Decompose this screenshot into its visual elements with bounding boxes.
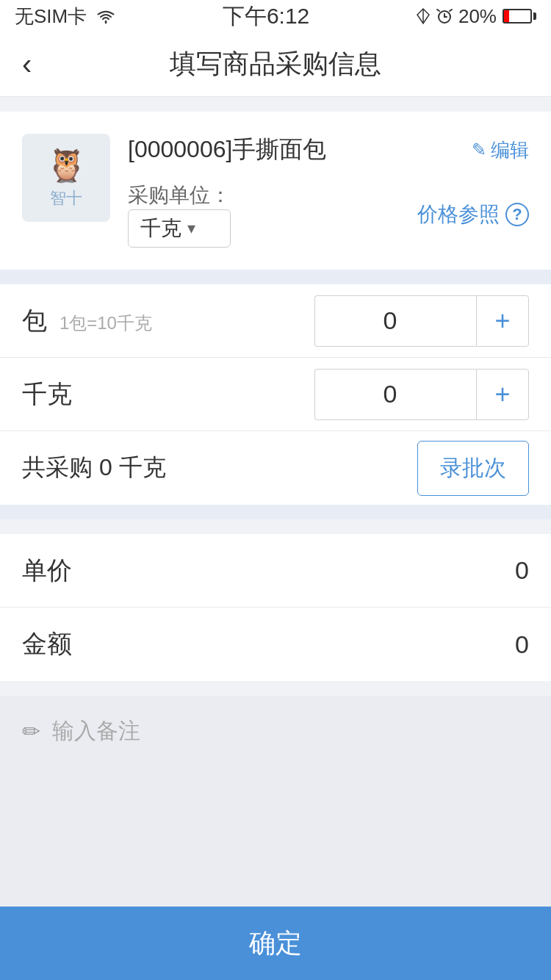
record-batch-button[interactable]: 录批次 — [417, 441, 529, 496]
price-section: 单价 0 金额 0 — [0, 534, 551, 681]
unit-label: 采购单位： — [128, 184, 231, 206]
price-row-total: 金额 0 — [0, 608, 551, 681]
bao-plus-button[interactable]: + — [476, 295, 529, 347]
wifi-icon — [96, 8, 116, 24]
remark-section[interactable]: ✏ 输入备注 — [0, 696, 551, 767]
product-unit-row: 采购单位： 千克 ▾ 价格参照 ? — [128, 181, 529, 248]
pencil-icon: ✏ — [22, 718, 40, 744]
product-info: [0000006]手撕面包 ✎ 编辑 采购单位： 千克 ▾ — [128, 134, 529, 248]
price-ref-info-icon: ? — [505, 203, 529, 226]
battery-percent: 20% — [458, 5, 497, 28]
carrier-label: 无SIM卡 — [15, 4, 87, 29]
back-button[interactable]: ‹ — [22, 48, 32, 81]
product-card: 🦉 智十 [0000006]手撕面包 ✎ 编辑 采购单位： — [0, 112, 551, 270]
confirm-button[interactable]: 确定 — [0, 907, 551, 980]
product-thumbnail: 🦉 智十 — [22, 134, 110, 222]
input-row-kg: 千克 + — [0, 358, 551, 431]
edit-icon: ✎ — [472, 140, 486, 160]
price-row-unit: 单价 0 — [0, 534, 551, 608]
edit-button[interactable]: ✎ 编辑 — [472, 137, 529, 163]
product-name: [0000006]手撕面包 — [128, 134, 326, 166]
unit-select-arrow-icon: ▾ — [187, 219, 195, 238]
unit-selector-area: 采购单位： 千克 ▾ — [128, 181, 231, 248]
status-time: 下午6:12 — [223, 1, 309, 32]
product-thumb-owl: 🦉 — [46, 146, 87, 184]
alarm-icon — [436, 7, 453, 25]
section-divider-1 — [0, 270, 551, 284]
remark-placeholder: 输入备注 — [52, 716, 140, 746]
bao-input[interactable] — [314, 295, 476, 347]
input-row-bao: 包 1包=10千克 + — [0, 284, 551, 358]
summary-row: 共采购 0 千克 录批次 — [0, 431, 551, 505]
input-label-bao: 包 1包=10千克 — [22, 304, 314, 338]
location-icon — [416, 7, 431, 25]
product-name-row: [0000006]手撕面包 ✎ 编辑 — [128, 134, 529, 166]
price-ref-button[interactable]: 价格参照 ? — [417, 201, 529, 228]
status-bar: 无SIM卡 下午6:12 20% — [0, 0, 551, 32]
kg-input[interactable] — [314, 369, 476, 420]
product-thumb-text: 智十 — [50, 187, 82, 209]
summary-text: 共采购 0 千克 — [22, 452, 166, 484]
input-right-bao: + — [314, 295, 529, 347]
status-left: 无SIM卡 — [15, 4, 116, 29]
page-title: 填写商品采购信息 — [170, 46, 381, 82]
kg-plus-button[interactable]: + — [476, 369, 529, 420]
input-section: 包 1包=10千克 + 千克 + — [0, 284, 551, 431]
status-right: 20% — [416, 5, 536, 28]
nav-bar: ‹ 填写商品采购信息 — [0, 32, 551, 97]
input-label-kg: 千克 — [22, 378, 314, 411]
input-right-kg: + — [314, 369, 529, 420]
unit-select[interactable]: 千克 ▾ — [128, 209, 231, 248]
battery-icon — [503, 9, 536, 24]
section-divider-2 — [0, 505, 551, 519]
